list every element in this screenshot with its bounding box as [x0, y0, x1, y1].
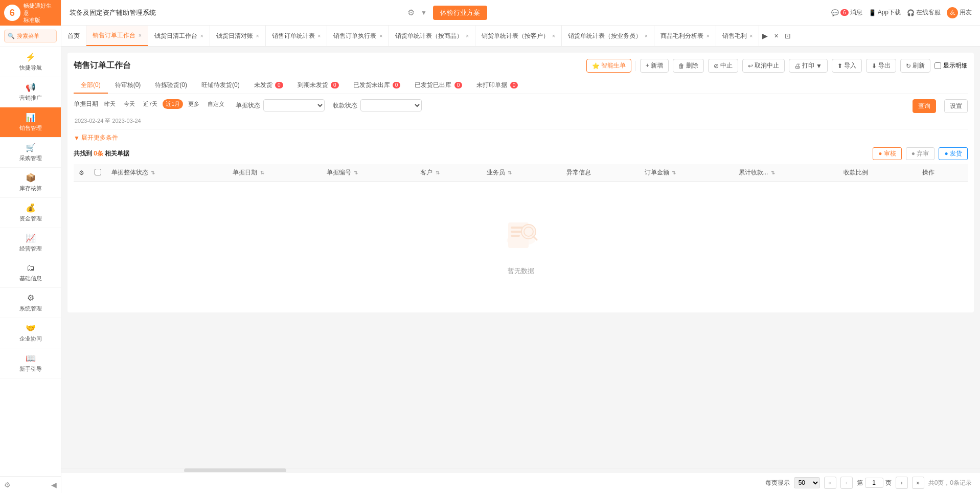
delete-button[interactable]: 🗑 删除 — [673, 59, 704, 73]
tab-close-icon[interactable]: × — [750, 33, 753, 39]
settings-filter-button[interactable]: 设置 — [944, 99, 968, 113]
tab-close-icon[interactable]: × — [379, 33, 382, 39]
smart-generate-button[interactable]: ⭐ 智能生单 — [586, 59, 631, 73]
next-page-btn[interactable]: › — [896, 477, 908, 489]
sidebar-item-cooperation[interactable]: 🤝 企业协同 — [0, 318, 61, 348]
tab-sales-profit[interactable]: 销售毛利 × — [716, 26, 760, 46]
tab-sales-workbench[interactable]: 销售订单工作台 × — [86, 26, 148, 46]
import-button[interactable]: ⬆ 导入 — [832, 59, 862, 73]
tab-close-icon[interactable]: × — [552, 33, 555, 39]
sub-tab-shipped-not-warehoused[interactable]: 已发货未出库 0 — [346, 78, 408, 94]
app-download-button[interactable]: 📱 App下载 — [869, 8, 901, 17]
date-7days-btn[interactable]: 近7天 — [140, 99, 161, 109]
settings-icon[interactable]: ⚙ — [407, 8, 415, 17]
sub-tab-not-shipped[interactable]: 未发货 0 — [247, 78, 290, 94]
suspend-button[interactable]: ⊘ 中止 — [708, 59, 738, 73]
tab-close-icon[interactable]: × — [318, 33, 321, 39]
sidebar-item-label: 库存核算 — [19, 185, 42, 192]
col-customer[interactable]: 客户 ⇅ — [415, 164, 481, 182]
message-button[interactable]: 💬 6 消息 — [831, 8, 862, 17]
sidebar-item-marketing[interactable]: 📢 营销推广 — [0, 77, 61, 107]
tab-home[interactable]: 首页 — [61, 26, 86, 46]
sidebar-item-system[interactable]: ⚙ 系统管理 — [0, 288, 61, 318]
col-setting[interactable]: ⚙ — [74, 164, 89, 182]
tab-sales-staff[interactable]: 销货单统计表（按业务员） × — [562, 26, 654, 46]
tab-cash-daily[interactable]: 钱货日清工作台 × — [148, 26, 210, 46]
prev-page-btn[interactable]: ‹ — [840, 477, 853, 489]
tab-close-icon[interactable]: × — [200, 33, 203, 39]
sub-tab-shipped-warehoused[interactable]: 已发货已出库 0 — [407, 78, 469, 94]
receipt-filter-select[interactable] — [360, 99, 422, 111]
col-date[interactable]: 单据日期 ⇅ — [227, 164, 321, 182]
industry-solution-button[interactable]: 体验行业方案 — [433, 6, 487, 20]
dropdown-arrow-icon[interactable]: ▼ — [421, 9, 427, 16]
col-overall-status[interactable]: 单据整体状态 ⇅ — [106, 164, 227, 182]
sidebar-item-guide[interactable]: 📖 新手引导 — [0, 348, 61, 378]
col-number[interactable]: 单据编号 ⇅ — [322, 164, 415, 182]
sub-tab-pending-inspect[interactable]: 待拣验货(0) — [148, 78, 194, 94]
last-page-btn[interactable]: » — [912, 477, 924, 489]
user-profile-button[interactable]: 友 用友 — [947, 7, 972, 18]
sub-tab-expired-not-shipped[interactable]: 到期未发货 0 — [290, 78, 346, 94]
col-checkbox[interactable] — [89, 164, 106, 182]
tab-close-all-btn[interactable]: × — [771, 26, 781, 46]
sidebar-item-quick-nav[interactable]: ⚡ 快捷导航 — [0, 47, 61, 77]
sidebar-item-sales[interactable]: 📊 销售管理 — [0, 107, 61, 138]
first-page-btn[interactable]: « — [824, 477, 836, 489]
per-page-select[interactable]: 10 20 50 100 — [794, 477, 820, 488]
tab-expand-btn[interactable]: ⊡ — [782, 26, 794, 46]
sub-tab-wangpu[interactable]: 旺铺待发货(0) — [194, 78, 247, 94]
settings-bottom-btn[interactable]: ⚙ — [4, 481, 11, 489]
horizontal-scrollbar[interactable] — [61, 468, 980, 472]
tab-close-icon[interactable]: × — [256, 33, 259, 39]
sub-tab-pending-review[interactable]: 待审核(0) — [108, 78, 148, 94]
sidebar-item-operations[interactable]: 📈 经营管理 — [0, 228, 61, 258]
tab-close-icon[interactable]: × — [645, 33, 648, 39]
tab-scroll-right-btn[interactable]: ▶ — [759, 26, 771, 46]
search-menu-button[interactable]: 🔍 搜索菜单 — [4, 30, 57, 42]
sidebar-item-inventory[interactable]: 📦 库存核算 — [0, 168, 61, 198]
tab-close-icon[interactable]: × — [706, 33, 710, 39]
page-input[interactable] — [865, 478, 883, 488]
online-service-button[interactable]: 🎧 在线客服 — [907, 8, 941, 17]
show-detail-checkbox[interactable] — [935, 62, 941, 69]
date-today-btn[interactable]: 今天 — [121, 99, 138, 109]
col-collected[interactable]: 累计收款... ⇅ — [734, 164, 839, 182]
refresh-button[interactable]: ↻ 刷新 — [900, 59, 930, 73]
sub-tab-all[interactable]: 全部(0) — [74, 78, 108, 94]
expand-conditions-btn[interactable]: ▼ 展开更多条件 — [74, 133, 118, 142]
unsuspend-button[interactable]: ↩ 取消中止 — [742, 59, 785, 73]
star-icon: ⭐ — [592, 62, 600, 70]
date-filter-group: 单据日期 昨天 今天 近7天 近1月 更多 自定义 — [74, 99, 227, 109]
print-button[interactable]: 🖨 打印 ▼ — [789, 59, 828, 73]
tab-sales-customer[interactable]: 销货单统计表（按客户） × — [475, 26, 562, 46]
sidebar-item-basic-info[interactable]: 🗂 基础信息 — [0, 258, 61, 288]
add-button[interactable]: + 新增 — [640, 59, 669, 73]
tab-sales-stat[interactable]: 销售订单统计表 × — [266, 26, 328, 46]
date-1month-btn[interactable]: 近1月 — [163, 99, 183, 109]
col-salesperson[interactable]: 业务员 ⇅ — [482, 164, 561, 182]
status-filter-select[interactable] — [263, 99, 325, 111]
date-custom-btn[interactable]: 自定义 — [204, 99, 227, 109]
select-all-checkbox[interactable] — [95, 169, 101, 175]
collapse-sidebar-btn[interactable]: ◀ — [51, 481, 57, 489]
tab-close-icon[interactable]: × — [466, 33, 469, 39]
tab-gross-profit[interactable]: 商品毛利分析表 × — [654, 26, 716, 46]
tab-sales-product[interactable]: 销货单统计表（按商品） × — [389, 26, 475, 46]
sub-tab-not-printed[interactable]: 未打印单据 0 — [469, 78, 525, 94]
tab-sales-exec[interactable]: 销售订单执行表 × — [327, 26, 389, 46]
tab-cash-reconcile[interactable]: 钱货日清对账 × — [210, 26, 266, 46]
show-detail-label[interactable]: 显示明细 — [935, 61, 968, 70]
ship-btn[interactable]: ● 发货 — [939, 147, 968, 160]
sidebar-item-purchase[interactable]: 🛒 采购管理 — [0, 138, 61, 168]
print-icon: 🖨 — [794, 62, 801, 70]
sidebar-item-finance[interactable]: 💰 资金管理 — [0, 198, 61, 228]
query-button[interactable]: 查询 — [913, 99, 936, 113]
date-yesterday-btn[interactable]: 昨天 — [101, 99, 119, 109]
tab-close-icon[interactable]: × — [139, 33, 142, 38]
unreviewed-btn[interactable]: ● 弃审 — [906, 147, 935, 160]
review-btn[interactable]: ● 审核 — [873, 147, 902, 160]
export-button[interactable]: ⬇ 导出 — [866, 59, 896, 73]
date-more-btn[interactable]: 更多 — [185, 99, 202, 109]
col-amount[interactable]: 订单金额 ⇅ — [640, 164, 733, 182]
